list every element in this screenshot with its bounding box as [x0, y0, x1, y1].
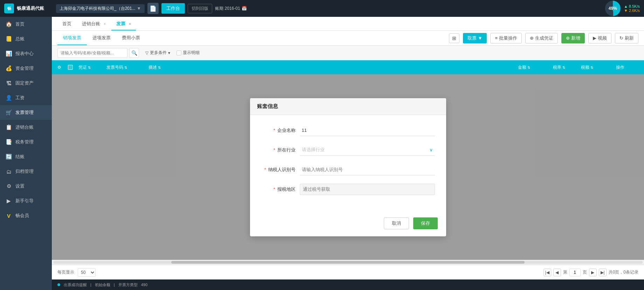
subtab-sales-invoice[interactable]: 销项发票 — [57, 31, 87, 45]
th-voucher: 凭证 ⇅ — [76, 65, 104, 70]
sidebar-item-label: 发票管理 — [15, 109, 34, 116]
add-new-button[interactable]: ⊕ 新增 — [561, 33, 585, 43]
sidebar: 畅 畅康通易代账 🏠 首页 📒 总账 📊 报表中心 💰 资金管理 🏗 固定资产 … — [0, 0, 52, 290]
search-button[interactable]: 🔍 — [129, 48, 139, 58]
subtab-expense-ticket[interactable]: 费用小票 — [116, 31, 146, 45]
gen-voucher-button[interactable]: ⊕ 生成凭证 — [525, 33, 558, 43]
first-page-button[interactable]: |◀ — [543, 269, 551, 276]
page-input[interactable] — [569, 269, 581, 276]
modal-footer: 取消 保存 — [250, 213, 446, 236]
vip-icon: V — [6, 213, 12, 219]
subtab-bar: 销项发票 进项发票 费用小票 ⊞ 取票 ▼ ≡ 批量操作 ⊕ 生成凭证 — [52, 31, 644, 46]
calendar-icon[interactable]: 📅 — [242, 6, 247, 11]
select-all-checkbox[interactable] — [68, 65, 73, 70]
taxid-input[interactable] — [300, 164, 435, 175]
settings-col-icon[interactable]: ⚙ — [57, 65, 61, 70]
th-settings: ⚙ — [55, 65, 65, 70]
sidebar-item-tax-mgmt[interactable]: 📑 税务管理 — [0, 135, 52, 149]
funds-icon: 💰 — [6, 65, 12, 72]
add-new-icon: ⊕ — [566, 35, 570, 41]
save-button[interactable]: 保存 — [413, 217, 438, 229]
industry-select[interactable]: 请选择行业 ∨ — [300, 144, 435, 156]
status-separator2: | — [114, 283, 115, 287]
sort-icon: ⇅ — [158, 66, 161, 69]
search-icon: 🔍 — [131, 50, 137, 56]
tab-invoice[interactable]: 发票 × — [111, 18, 136, 31]
more-filter-label: 更多条件 — [150, 50, 167, 56]
add-new-label: 新增 — [571, 35, 580, 41]
company-name: 上海卯金刀电子科技有限公司_（台201... — [60, 6, 136, 12]
status-text-3: 开票方类型 — [118, 282, 138, 288]
logo-text: 畅康通易代账 — [17, 5, 44, 12]
sidebar-logo: 畅 畅康通易代账 — [0, 0, 52, 17]
status-dot — [57, 283, 60, 286]
tab-home[interactable]: 首页 — [57, 18, 76, 31]
batch-op-icon: ≡ — [495, 35, 498, 41]
modal-body: * 企业名称 * 所在行业 请选择行业 ∨ — [250, 115, 446, 213]
sidebar-item-reports[interactable]: 📊 报表中心 — [0, 46, 52, 61]
per-page-select[interactable]: 50 100 200 — [78, 268, 96, 277]
page-label: 第 — [563, 269, 567, 275]
sidebar-item-funds[interactable]: 💰 资金管理 — [0, 61, 52, 76]
gen-voucher-icon: ⊕ — [530, 35, 534, 41]
sidebar-item-vip[interactable]: V 畅会员 — [0, 208, 52, 223]
speed-percent: 49% — [609, 6, 617, 11]
tab-trade-ledger-close[interactable]: × — [104, 22, 106, 26]
sidebar-item-label: 首页 — [15, 21, 25, 27]
sidebar-item-label: 进销台账 — [15, 124, 34, 130]
sidebar-item-home[interactable]: 🏠 首页 — [0, 17, 52, 32]
fixed-assets-icon: 🏗 — [6, 80, 12, 86]
taxregion-input — [300, 184, 435, 195]
scroll-track — [53, 261, 643, 264]
settings-icon: ⚙ — [6, 183, 12, 189]
sidebar-item-settlement[interactable]: 🔄 结账 — [0, 149, 52, 164]
tab-trade-ledger[interactable]: 进销台账 × — [77, 18, 111, 31]
document-icon-btn[interactable]: 📄 — [147, 3, 159, 14]
next-page-button[interactable]: ▶ — [589, 269, 597, 276]
old-version-button[interactable]: 切到旧版 — [188, 4, 212, 13]
sidebar-item-label: 归档管理 — [15, 168, 34, 175]
sidebar-item-invoice-mgmt[interactable]: 🛒 发票管理 — [0, 105, 52, 120]
sidebar-item-label: 固定资产 — [15, 80, 34, 86]
subtab-purchase-label: 进项发票 — [92, 35, 111, 40]
refresh-button[interactable]: ↻ 刷新 — [615, 33, 638, 43]
prev-page-button[interactable]: ◀ — [553, 269, 561, 276]
sidebar-item-ledger[interactable]: 📒 总账 — [0, 32, 52, 46]
show-detail-toggle[interactable]: 显示明细 — [176, 50, 200, 56]
video-icon: ▶ — [593, 35, 596, 41]
ticket-button[interactable]: 取票 ▼ — [463, 33, 487, 43]
workbench-button[interactable]: 工作台 — [161, 3, 185, 14]
batch-op-button[interactable]: ≡ 批量操作 — [490, 33, 522, 43]
video-button[interactable]: ▶ 视频 — [588, 33, 611, 43]
form-row-taxid: * 纳税人识别号 — [261, 164, 435, 175]
account-info-modal: 账套信息 * 企业名称 * 所在行业 — [250, 98, 446, 236]
subtab-purchase-invoice[interactable]: 进项发票 — [87, 31, 116, 45]
required-star: * — [273, 147, 275, 153]
sidebar-item-trade-ledger[interactable]: 📋 进销台账 — [0, 120, 52, 135]
sidebar-item-guide[interactable]: ▶ 新手引导 — [0, 194, 52, 208]
grid-icon: ⊞ — [452, 35, 456, 41]
form-row-company: * 企业名称 — [261, 125, 435, 136]
tab-invoice-close[interactable]: × — [129, 22, 131, 26]
show-detail-checkbox[interactable] — [176, 50, 181, 55]
more-filter-button[interactable]: ▽ 更多条件 ▾ — [143, 49, 173, 57]
scroll-thumb[interactable] — [171, 261, 525, 264]
required-star: * — [273, 128, 275, 133]
reports-icon: 📊 — [6, 50, 12, 57]
company-name-input[interactable] — [300, 125, 435, 136]
search-input[interactable] — [57, 48, 127, 58]
company-selector[interactable]: 上海卯金刀电子科技有限公司_（台201... ▼ — [56, 4, 145, 13]
grid-view-button[interactable]: ⊞ — [449, 33, 459, 43]
sidebar-item-fixed-assets[interactable]: 🏗 固定资产 — [0, 76, 52, 90]
sidebar-item-archive[interactable]: 🗂 归档管理 — [0, 164, 52, 179]
th-invoice-number: 发票号码 ⇅ — [104, 65, 146, 70]
sidebar-item-label: 税务管理 — [15, 139, 34, 145]
settlement-icon: 🔄 — [6, 154, 12, 160]
status-amount: 490 — [141, 283, 147, 287]
horizontal-scrollbar[interactable] — [52, 260, 644, 265]
cancel-button[interactable]: 取消 — [384, 217, 409, 229]
last-page-button[interactable]: ▶| — [599, 269, 607, 276]
sidebar-item-settings[interactable]: ⚙ 设置 — [0, 179, 52, 194]
sidebar-item-label: 工资 — [15, 95, 25, 101]
sidebar-item-payroll[interactable]: 👤 工资 — [0, 90, 52, 105]
